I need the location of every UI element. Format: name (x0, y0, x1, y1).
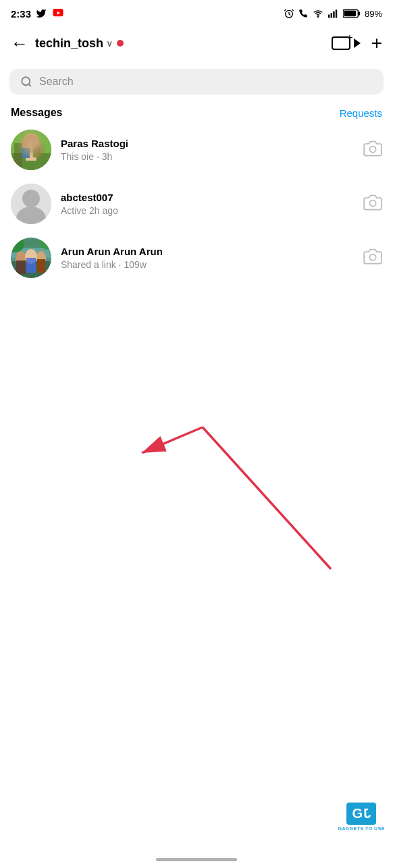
svg-point-29 (369, 200, 375, 207)
avatar (11, 130, 51, 170)
nav-bar: ← techin_tosh ∨ + + (0, 24, 393, 62)
message-list: Paras Rastogi This oie · 3h (0, 123, 393, 285)
nav-title-wrapper: techin_tosh ∨ (35, 36, 332, 51)
svg-rect-9 (359, 11, 360, 16)
svg-point-42 (369, 254, 375, 261)
svg-point-24 (369, 146, 375, 153)
svg-point-19 (26, 144, 36, 153)
nav-actions: + + (332, 34, 382, 53)
status-bar: 2:33 (0, 0, 393, 24)
svg-rect-39 (26, 258, 36, 273)
svg-rect-37 (37, 259, 45, 273)
battery-percent: 89% (365, 9, 382, 19)
svg-rect-23 (33, 148, 40, 157)
nav-username: techin_tosh (35, 36, 103, 51)
svg-rect-18 (26, 148, 36, 161)
message-preview: This oie · 3h (61, 151, 357, 162)
svg-rect-5 (331, 13, 332, 18)
message-content: Paras Rastogi This oie · 3h (61, 138, 357, 162)
message-item[interactable]: Paras Rastogi This oie · 3h (3, 123, 390, 177)
avatar-image-1 (11, 130, 51, 170)
message-preview: Active 2h ago (61, 205, 357, 216)
avatar (11, 238, 51, 278)
svg-rect-14 (11, 153, 51, 170)
search-placeholder: Search (39, 76, 74, 88)
status-icons: 89% (284, 8, 382, 19)
message-name: Paras Rastogi (61, 138, 357, 149)
section-header: Messages Requests (0, 101, 393, 123)
svg-rect-6 (333, 11, 334, 18)
watermark-u-letter: J (363, 806, 371, 821)
dropdown-arrow[interactable]: ∨ (106, 38, 113, 49)
message-name: abctest007 (61, 192, 357, 203)
watermark-text: GADGETS TO USE (338, 826, 386, 831)
message-content: abctest007 Active 2h ago (61, 192, 357, 216)
new-post-button[interactable]: + (371, 34, 382, 53)
camera-body: + (332, 36, 350, 50)
camera-icon (363, 139, 382, 158)
call-icon (298, 9, 308, 18)
avatar-wrapper (11, 130, 51, 170)
svg-rect-15 (14, 143, 22, 170)
svg-point-22 (33, 140, 40, 148)
svg-point-12 (11, 130, 51, 170)
back-button[interactable]: ← (11, 33, 28, 54)
message-name: Arun Arun Arun Arun (61, 246, 357, 257)
watermark-box: G J (346, 803, 376, 825)
svg-point-3 (317, 16, 318, 17)
camera-triangle (354, 38, 361, 48)
svg-line-45 (203, 427, 331, 569)
avatar (11, 184, 51, 224)
online-dot (117, 40, 124, 47)
camera-icon-button[interactable] (363, 139, 382, 161)
search-container: Search (0, 62, 393, 101)
message-item[interactable]: Arun Arun Arun Arun Shared a link · 109w (3, 231, 390, 285)
svg-line-44 (142, 427, 203, 453)
message-content: Arun Arun Arun Arun Shared a link · 109w (61, 246, 357, 270)
search-icon (20, 76, 32, 88)
search-bar[interactable]: Search (9, 69, 384, 94)
avatar-wrapper (11, 184, 51, 224)
svg-rect-4 (328, 15, 330, 18)
svg-rect-35 (16, 261, 26, 274)
battery-icon (343, 9, 361, 18)
watermark-g-letter: G (352, 806, 363, 821)
avatar-placeholder-icon (11, 184, 51, 224)
camera-icon-button[interactable] (363, 193, 382, 215)
camera-icon (363, 247, 382, 266)
home-indicator (156, 858, 237, 861)
alarm-icon (284, 8, 294, 19)
new-video-button[interactable]: + (332, 36, 361, 50)
wifi-icon (312, 9, 324, 18)
messages-title: Messages (11, 107, 63, 119)
svg-point-27 (22, 190, 40, 207)
svg-rect-7 (336, 9, 337, 18)
plus-icon: + (346, 32, 352, 43)
avatar-image-3 (11, 238, 51, 278)
avatar-wrapper (11, 238, 51, 278)
svg-point-11 (22, 77, 30, 85)
camera-icon (363, 193, 382, 212)
message-preview: Shared a link · 109w (61, 259, 357, 270)
signal-icon (328, 9, 339, 18)
camera-icon-button[interactable] (363, 247, 382, 269)
svg-point-17 (24, 135, 38, 148)
svg-rect-10 (344, 11, 356, 16)
svg-point-16 (23, 134, 39, 153)
message-item[interactable]: abctest007 Active 2h ago (3, 177, 390, 231)
twitter-icon (35, 8, 47, 19)
status-time: 2:33 (11, 8, 31, 20)
youtube-icon (51, 9, 65, 19)
svg-point-20 (22, 138, 30, 148)
svg-rect-13 (11, 130, 51, 170)
requests-button[interactable]: Requests (340, 107, 382, 119)
watermark: G J GADGETS TO USE (338, 803, 386, 831)
svg-rect-21 (22, 148, 30, 158)
